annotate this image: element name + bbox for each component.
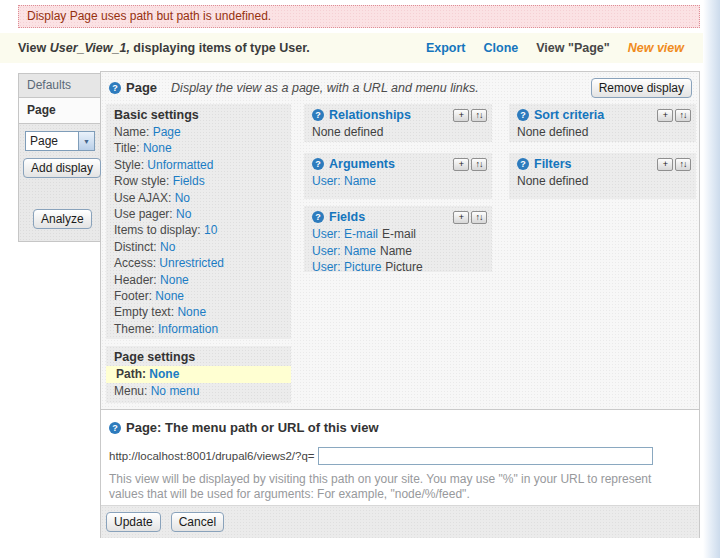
setting-value-link[interactable]: Unformatted bbox=[147, 158, 213, 172]
setting-row-style: Style: Unformatted bbox=[106, 157, 291, 173]
sort-criteria-empty-text: None defined bbox=[509, 124, 696, 139]
setting-row-header: Header: None bbox=[106, 272, 291, 288]
help-icon[interactable]: ? bbox=[312, 109, 324, 121]
sidebar-tab-page[interactable]: Page bbox=[18, 98, 101, 124]
relationships-title-link[interactable]: Relationships bbox=[329, 108, 411, 122]
rearrange-arguments-button[interactable]: ↑↓ bbox=[471, 158, 487, 171]
setting-value-link[interactable]: No bbox=[176, 207, 191, 221]
display-description: Display the view as a page, with a URL a… bbox=[171, 81, 479, 95]
setting-row-access: Access: Unrestricted bbox=[106, 255, 291, 271]
view-name: User_View_1, bbox=[50, 41, 130, 55]
view-info-bar: View User_View_1, displaying items of ty… bbox=[0, 33, 706, 63]
display-edit-area: ? Page Display the view as a page, with … bbox=[100, 71, 700, 538]
setting-value-link[interactable]: Page bbox=[153, 125, 181, 139]
fields-title-link[interactable]: Fields bbox=[329, 210, 365, 224]
path-setting-row: Path: None bbox=[106, 366, 291, 383]
remove-display-button[interactable]: Remove display bbox=[591, 78, 692, 98]
filters-empty-text: None defined bbox=[509, 173, 696, 188]
add-relationship-button[interactable]: + bbox=[453, 109, 469, 122]
field-link[interactable]: User: E-mail bbox=[312, 227, 378, 241]
add-sort-button[interactable]: + bbox=[657, 109, 673, 122]
rearrange-relationships-button[interactable]: ↑↓ bbox=[471, 109, 487, 122]
window-edge-gradient bbox=[703, 0, 720, 558]
info-suffix: displaying items of type User. bbox=[130, 41, 310, 55]
sidebar-tab-defaults[interactable]: Defaults bbox=[18, 73, 101, 98]
view-page-link[interactable]: View "Page" bbox=[536, 41, 609, 55]
path-input[interactable] bbox=[318, 447, 653, 465]
error-message-text: Display Page uses path but path is undef… bbox=[27, 9, 271, 23]
setting-value-link[interactable]: None bbox=[155, 289, 184, 303]
field-item: User: NameName bbox=[304, 243, 492, 260]
add-display-button[interactable]: Add display bbox=[23, 158, 101, 178]
cancel-button[interactable]: Cancel bbox=[171, 512, 224, 532]
field-item: User: E-mailE-mail bbox=[304, 226, 492, 243]
filters-title-link[interactable]: Filters bbox=[534, 157, 572, 171]
form-actions-strip: Update Cancel bbox=[101, 505, 699, 538]
update-button[interactable]: Update bbox=[106, 512, 161, 532]
help-icon[interactable]: ? bbox=[312, 211, 324, 223]
chevron-down-icon: ▼ bbox=[78, 132, 94, 150]
path-form-header: ? Page: The menu path or URL of this vie… bbox=[101, 410, 699, 435]
arguments-title-link[interactable]: Arguments bbox=[329, 157, 395, 171]
relationships-empty-text: None defined bbox=[304, 124, 492, 139]
help-icon[interactable]: ? bbox=[109, 422, 121, 434]
field-label: Picture bbox=[385, 260, 422, 274]
setting-value-link[interactable]: No bbox=[175, 191, 190, 205]
fields-box: ? Fields + ↑↓ User: E-mailE-mail User: N… bbox=[304, 206, 492, 272]
basic-settings-title: Basic settings bbox=[114, 108, 199, 122]
new-view-link[interactable]: New view bbox=[628, 41, 684, 55]
display-header: ? Page Display the view as a page, with … bbox=[109, 80, 479, 95]
field-item: User: PicturePicture bbox=[304, 259, 492, 276]
path-value-link[interactable]: None bbox=[149, 367, 179, 381]
argument-link[interactable]: User: Name bbox=[312, 174, 376, 188]
add-filter-button[interactable]: + bbox=[657, 158, 673, 171]
setting-row-empty-text: Empty text: None bbox=[106, 304, 291, 320]
info-links: Export Clone View "Page" New view bbox=[426, 41, 684, 55]
setting-value-link[interactable]: Unrestricted bbox=[159, 256, 224, 270]
relationships-box: ? Relationships + ↑↓ None defined bbox=[304, 104, 492, 142]
info-prefix: View bbox=[18, 41, 50, 55]
setting-row-use-pager: Use pager: No bbox=[106, 206, 291, 222]
error-message: Display Page uses path but path is undef… bbox=[18, 5, 700, 28]
sort-criteria-title-link[interactable]: Sort criteria bbox=[534, 108, 604, 122]
analyze-button[interactable]: Analyze bbox=[33, 209, 92, 229]
rearrange-fields-button[interactable]: ↑↓ bbox=[471, 211, 487, 224]
setting-row-theme: Theme: Information bbox=[106, 321, 291, 337]
field-label: E-mail bbox=[382, 227, 416, 241]
filters-box: ? Filters + ↑↓ None defined bbox=[509, 153, 696, 199]
help-icon[interactable]: ? bbox=[109, 82, 121, 94]
path-form-title: Page: The menu path or URL of this view bbox=[126, 420, 379, 435]
setting-row-use-ajax: Use AJAX: No bbox=[106, 190, 291, 206]
help-icon[interactable]: ? bbox=[517, 158, 529, 170]
path-settings-form: ? Page: The menu path or URL of this vie… bbox=[101, 409, 699, 538]
setting-value-link[interactable]: None bbox=[143, 141, 172, 155]
add-argument-button[interactable]: + bbox=[453, 158, 469, 171]
export-link[interactable]: Export bbox=[426, 41, 466, 55]
setting-row-name: Name: Page bbox=[106, 124, 291, 140]
setting-value-link[interactable]: Information bbox=[158, 322, 218, 336]
display-title: Page bbox=[126, 80, 157, 95]
display-type-select[interactable]: Page ▼ bbox=[25, 131, 95, 151]
help-icon[interactable]: ? bbox=[312, 158, 324, 170]
setting-value-link[interactable]: No bbox=[160, 240, 175, 254]
menu-setting-row: Menu: No menu bbox=[106, 383, 291, 400]
help-icon[interactable]: ? bbox=[517, 109, 529, 121]
setting-value-link[interactable]: None bbox=[177, 305, 206, 319]
menu-value-link[interactable]: No menu bbox=[151, 384, 200, 398]
setting-row-row-style: Row style: Fields bbox=[106, 173, 291, 189]
clone-link[interactable]: Clone bbox=[484, 41, 519, 55]
setting-value-link[interactable]: None bbox=[160, 273, 189, 287]
setting-row-distinct: Distinct: No bbox=[106, 239, 291, 255]
setting-row-footer: Footer: None bbox=[106, 288, 291, 304]
setting-value-link[interactable]: Fields bbox=[173, 174, 205, 188]
setting-value-link[interactable]: 10 bbox=[204, 223, 217, 237]
rearrange-filters-button[interactable]: ↑↓ bbox=[675, 158, 691, 171]
field-link[interactable]: User: Name bbox=[312, 244, 376, 258]
add-field-button[interactable]: + bbox=[453, 211, 469, 224]
arguments-box: ? Arguments + ↑↓ User: Name bbox=[304, 153, 492, 199]
basic-settings-box: Basic settings Name: Page Title: None St… bbox=[106, 104, 291, 339]
rearrange-sorts-button[interactable]: ↑↓ bbox=[675, 109, 691, 122]
field-link[interactable]: User: Picture bbox=[312, 260, 381, 274]
setting-row-title: Title: None bbox=[106, 140, 291, 156]
sort-criteria-box: ? Sort criteria + ↑↓ None defined bbox=[509, 104, 696, 142]
